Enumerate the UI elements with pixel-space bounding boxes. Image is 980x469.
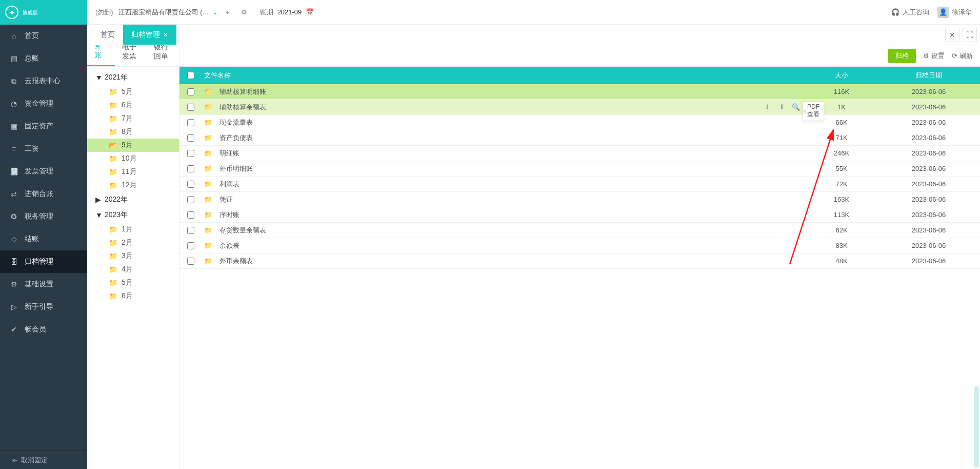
file-name: 资产负债表 <box>219 133 253 143</box>
row-checkbox[interactable] <box>187 150 194 157</box>
tree-month[interactable]: 📁3月 <box>87 249 179 263</box>
tree-month[interactable]: 📁8月 <box>87 125 179 139</box>
unpin-button[interactable]: ⇤ 取消固定 <box>0 451 87 469</box>
sidebar-item-close[interactable]: ◇结账 <box>0 228 87 250</box>
tree-month[interactable]: 📁6月 <box>87 289 179 303</box>
sidebar-item-guide[interactable]: ▷新手引导 <box>0 296 87 318</box>
company-selector[interactable]: (勿删) 江西服宝精品有限责任公司 (… ⌄ <box>95 8 218 17</box>
consult-link[interactable]: 🎧 人工咨询 <box>891 8 929 17</box>
avatar-icon: 👤 <box>937 7 949 18</box>
sidebar-item-archive[interactable]: 🗄归档管理 <box>0 250 87 273</box>
tree-year-label: 2022年 <box>105 195 128 204</box>
tree-year[interactable]: ▼2023年 <box>87 207 179 223</box>
table-row[interactable]: 📁利润表72K2023-06-06 <box>179 177 980 192</box>
row-checkbox[interactable] <box>187 258 194 265</box>
file-date: 2023-06-06 <box>877 149 980 157</box>
scrollbar[interactable] <box>974 386 979 468</box>
main: (勿删) 江西服宝精品有限责任公司 (… ⌄ ＋ ⚙ 账期 2021-09 📅 … <box>87 0 980 469</box>
table-row[interactable]: 📁外币明细账55K2023-06-06 <box>179 161 980 177</box>
table-row[interactable]: 📁现金流量表66K2023-06-06 <box>179 115 980 130</box>
close-tab-button[interactable]: ✕ <box>945 28 959 42</box>
tree-month[interactable]: 📁11月 <box>87 165 179 179</box>
settings-link[interactable]: ⚙ 设置 <box>923 51 945 61</box>
row-checkbox[interactable] <box>187 104 194 111</box>
table-row[interactable]: 📁外币余额表48K2023-06-06 <box>179 253 980 269</box>
download-excel-icon[interactable]: ⬇ <box>763 103 772 112</box>
row-checkbox[interactable] <box>187 134 194 142</box>
row-checkbox[interactable] <box>187 165 194 172</box>
table-row[interactable]: 📁辅助核算余额表 ⬇ ⬇ 🔍 PDF查看 1K2023-06-06 <box>179 100 980 115</box>
tree-month[interactable]: 📁2月 <box>87 236 179 249</box>
ledger-icon: ▤ <box>9 54 18 63</box>
table-row[interactable]: 📁辅助核算明细账116K2023-06-06 <box>179 84 980 100</box>
sidebar-item-salary[interactable]: ≡工资 <box>0 138 87 160</box>
refresh-link[interactable]: ⟳ 刷新 <box>952 51 973 61</box>
file-size: 83K <box>806 242 877 249</box>
tree-month[interactable]: 📁7月 <box>87 112 179 125</box>
row-checkbox[interactable] <box>187 227 194 234</box>
row-checkbox[interactable] <box>187 196 194 203</box>
table-row[interactable]: 📁余额表83K2023-06-06 <box>179 238 980 253</box>
tree-year[interactable]: ▶2022年 <box>87 192 179 207</box>
add-button[interactable]: ＋ <box>221 6 234 19</box>
tree-month[interactable]: 📁1月 <box>87 223 179 236</box>
tree-year[interactable]: ▼2021年 <box>87 70 179 85</box>
file-name: 存货数量余额表 <box>219 226 266 235</box>
table-row[interactable]: 📁资产负债表71K2023-06-06 <box>179 130 980 146</box>
sidebar-item-inout[interactable]: ⇄进销台账 <box>0 183 87 205</box>
sidebar-item-asset[interactable]: ▣固定资产 <box>0 115 87 138</box>
tree-month-label: 5月 <box>122 87 133 96</box>
file-name: 利润表 <box>219 180 239 189</box>
pdf-view-icon[interactable]: 🔍 <box>791 103 801 112</box>
sidebar-item-ledger[interactable]: ▤总账 <box>0 47 87 70</box>
sidebar-item-tax[interactable]: ✪税务管理 <box>0 205 87 228</box>
file-size: 113K <box>806 211 877 219</box>
fullscreen-button[interactable]: ⛶ <box>963 28 977 42</box>
sidebar-item-label: 归档管理 <box>25 257 53 266</box>
row-checkbox[interactable] <box>187 88 194 95</box>
tree-month[interactable]: 📁10月 <box>87 152 179 165</box>
company-prefix: (勿删) <box>95 8 113 17</box>
tree-month[interactable]: 📁5月 <box>87 85 179 99</box>
sidebar-item-member[interactable]: ✔畅会员 <box>0 318 87 341</box>
row-checkbox[interactable] <box>187 119 194 126</box>
user-menu[interactable]: 👤 徐泽华 <box>937 7 972 18</box>
sidebar-item-chart[interactable]: ⧉云报表中心 <box>0 70 87 92</box>
row-checkbox[interactable] <box>187 181 194 188</box>
sidebar-item-invoice[interactable]: 🧾发票管理 <box>0 160 87 183</box>
row-checkbox[interactable] <box>187 242 194 249</box>
row-actions: ⬇ ⬇ 🔍 PDF查看 <box>763 100 801 114</box>
file-table: 文件名称 大小 归档日期 📁辅助核算明细账116K2023-06-06📁辅助核算… <box>179 67 980 469</box>
tree-month[interactable]: 📁12月 <box>87 179 179 192</box>
download-pdf-icon[interactable]: ⬇ <box>777 103 786 112</box>
file-name: 余额表 <box>219 241 239 250</box>
select-all-checkbox[interactable] <box>187 72 194 79</box>
sidebar-item-home[interactable]: ⌂首页 <box>0 25 87 47</box>
tree-month[interactable]: 📁6月 <box>87 99 179 112</box>
archive-button[interactable]: 归档 <box>888 49 916 63</box>
table-row[interactable]: 📁明细账246K2023-06-06 <box>179 146 980 161</box>
table-row[interactable]: 📁存货数量余额表62K2023-06-06 <box>179 223 980 238</box>
sidebar-item-settings[interactable]: ⚙基础设置 <box>0 273 87 296</box>
tab-首页[interactable]: 首页 <box>92 25 123 45</box>
subtab-电子发票[interactable]: 电子发票 <box>115 45 147 66</box>
file-name: 序时账 <box>219 210 239 220</box>
sidebar-item-label: 工资 <box>25 144 39 153</box>
table-row[interactable]: 📁序时账113K2023-06-06 <box>179 207 980 223</box>
tree-month[interactable]: 📁5月 <box>87 276 179 289</box>
inout-icon: ⇄ <box>9 190 18 198</box>
subtab-银行回单[interactable]: 银行回单 <box>147 45 179 66</box>
gear-icon[interactable]: ⚙ <box>237 6 251 19</box>
table-row[interactable]: 📁凭证163K2023-06-06 <box>179 192 980 207</box>
sidebar-item-wallet[interactable]: ◔资金管理 <box>0 92 87 115</box>
folder-icon: 📁 <box>109 239 117 247</box>
tree-month-label: 1月 <box>122 225 133 234</box>
tree-month[interactable]: 📁4月 <box>87 263 179 276</box>
calendar-icon[interactable]: 📅 <box>306 8 314 16</box>
tab-归档管理[interactable]: 归档管理✕ <box>123 25 176 45</box>
tree-month[interactable]: 📂9月 <box>87 139 179 152</box>
close-icon[interactable]: ✕ <box>163 31 168 38</box>
folder-icon: 📁 <box>109 181 117 189</box>
subtab-财务账[interactable]: 财务账 <box>87 45 115 66</box>
row-checkbox[interactable] <box>187 211 194 219</box>
